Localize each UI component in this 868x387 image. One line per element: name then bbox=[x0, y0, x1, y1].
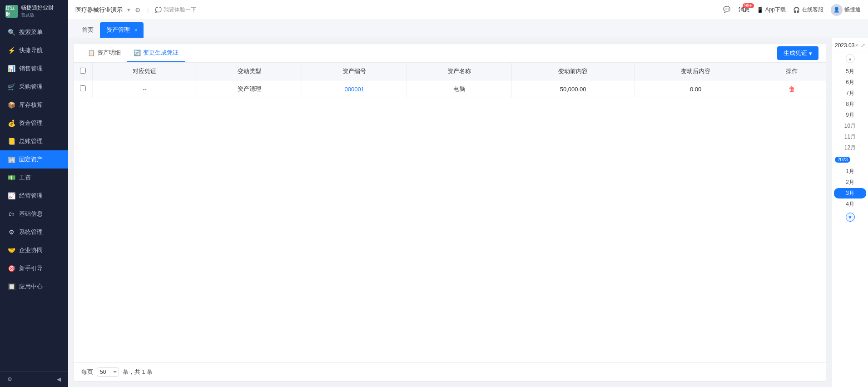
tab-close-icon[interactable]: × bbox=[134, 27, 137, 33]
sidebar-item-basic-info[interactable]: 🗂 基础信息 bbox=[0, 205, 68, 223]
sidebar-item-label: 基础信息 bbox=[19, 210, 43, 218]
settings-icon[interactable]: ⚙ bbox=[135, 6, 141, 14]
sidebar-item-guide[interactable]: 🎯 新手引导 bbox=[0, 259, 68, 278]
timeline-scroll-up[interactable]: ▲ bbox=[846, 54, 855, 63]
subtab-asset-detail-label: 资产明细 bbox=[97, 49, 121, 57]
col-corresponding-voucher: 对应凭证 bbox=[92, 63, 197, 80]
timeline-year-2023: 2023 bbox=[832, 155, 868, 164]
experience-button[interactable]: 💭 我要体验一下 bbox=[155, 6, 196, 14]
timeline-header: 2023.03 × ⤢ bbox=[832, 38, 868, 53]
experience-icon: 💭 bbox=[155, 7, 162, 13]
timeline-close-button[interactable]: × bbox=[854, 42, 858, 49]
col-asset-no: 资产编号 bbox=[302, 63, 407, 80]
col-after-change: 变动后内容 bbox=[635, 63, 757, 80]
customer-service-label: 在线客服 bbox=[802, 6, 823, 14]
timeline-months-before: 5月 6月 7月 8月 9月 10月 11月 12月 bbox=[832, 64, 868, 155]
sidebar-item-quick-nav[interactable]: ⚡ 快捷导航 bbox=[0, 41, 68, 60]
sidebar-item-purchase[interactable]: 🛒 采购管理 bbox=[0, 78, 68, 96]
sidebar-item-app-center[interactable]: 🔲 应用中心 bbox=[0, 278, 68, 296]
timeline-month-7[interactable]: 7月 bbox=[834, 88, 866, 99]
sidebar-item-label: 工资 bbox=[19, 174, 31, 182]
page-size-select[interactable]: 50 100 200 bbox=[97, 367, 119, 377]
subtabs-right: 生成凭证 ▾ bbox=[777, 46, 818, 60]
select-all-header[interactable] bbox=[74, 63, 92, 80]
cell-after-change: 0.00 bbox=[635, 80, 757, 98]
sidebar-item-fixed-assets[interactable]: 🏢 固定资产 bbox=[0, 150, 68, 169]
subtab-asset-detail[interactable]: 📋 资产明细 bbox=[81, 44, 127, 62]
app-download-label: App下载 bbox=[765, 6, 786, 14]
topbar-left: 医疗器械行业演示 ▾ ⚙ | 💭 我要体验一下 bbox=[75, 6, 196, 14]
timeline-month-5[interactable]: 5月 bbox=[834, 66, 866, 77]
timeline-month-6[interactable]: 6月 bbox=[834, 77, 866, 88]
cell-before-change: 50,000.00 bbox=[512, 80, 635, 98]
sidebar-item-label: 快捷导航 bbox=[19, 46, 43, 55]
sidebar-item-search[interactable]: 🔍 搜索菜单 bbox=[0, 23, 68, 41]
sidebar-item-enterprise[interactable]: 🤝 企业协同 bbox=[0, 241, 68, 259]
message-button[interactable]: 💬 99+ 消息 bbox=[723, 6, 749, 14]
sidebar-item-label: 企业协同 bbox=[19, 246, 43, 254]
timeline-month-8[interactable]: 8月 bbox=[834, 99, 866, 109]
timeline-month-11[interactable]: 11月 bbox=[834, 132, 866, 142]
sidebar-item-finance[interactable]: 💰 资金管理 bbox=[0, 114, 68, 132]
sidebar-item-sales[interactable]: 📊 销售管理 bbox=[0, 60, 68, 78]
quicknav-icon: ⚡ bbox=[7, 47, 15, 54]
system-icon: ⚙ bbox=[7, 228, 15, 236]
timeline-month-1[interactable]: 1月 bbox=[834, 166, 866, 177]
sidebar-settings-icon[interactable]: ⚙ bbox=[7, 376, 12, 382]
timeline-year-badge[interactable]: 2023 bbox=[835, 157, 850, 163]
content-area: 📋 资产明细 🔄 变更生成凭证 生成凭证 ▾ bbox=[68, 38, 868, 387]
tab-asset-management[interactable]: 资产管理 × bbox=[100, 22, 144, 38]
subtab-change-voucher-icon: 🔄 bbox=[134, 50, 141, 56]
sidebar: 好业财 畅捷通好业财 普及版 🔍 搜索菜单 ⚡ 快捷导航 📊 销售管理 🛒 采购… bbox=[0, 0, 68, 387]
sidebar-item-system[interactable]: ⚙ 系统管理 bbox=[0, 223, 68, 241]
select-all-checkbox[interactable] bbox=[80, 68, 86, 74]
fixed-assets-icon: 🏢 bbox=[7, 156, 15, 163]
row-checkbox-cell[interactable] bbox=[74, 80, 92, 98]
timeline-month-10[interactable]: 10月 bbox=[834, 121, 866, 131]
inventory-icon: 📦 bbox=[7, 101, 15, 109]
generate-voucher-label: 生成凭证 bbox=[784, 49, 807, 57]
timeline-month-12[interactable]: 12月 bbox=[834, 143, 866, 153]
tab-home[interactable]: 首页 bbox=[75, 22, 100, 38]
sidebar-item-label: 新手引导 bbox=[19, 264, 43, 273]
logo-icon: 好业财 bbox=[5, 5, 18, 18]
app-download-button[interactable]: 📱 App下载 bbox=[757, 6, 786, 14]
topbar-divider: | bbox=[147, 6, 149, 13]
timeline-scroll-down[interactable]: ▼ bbox=[846, 213, 855, 222]
sidebar-item-inventory[interactable]: 📦 库存核算 bbox=[0, 96, 68, 114]
sidebar-item-label: 总账管理 bbox=[19, 137, 43, 145]
tab-home-label: 首页 bbox=[82, 26, 94, 33]
page-size-prefix: 每页 bbox=[81, 368, 93, 376]
payroll-icon: 💵 bbox=[7, 174, 15, 181]
timeline-month-3[interactable]: 3月 bbox=[834, 188, 866, 198]
subtab-change-voucher[interactable]: 🔄 变更生成凭证 bbox=[127, 44, 185, 62]
company-dropdown-icon[interactable]: ▾ bbox=[127, 6, 130, 13]
row-checkbox[interactable] bbox=[80, 85, 86, 91]
sidebar-item-ledger[interactable]: 📒 总账管理 bbox=[0, 132, 68, 150]
customer-service-button[interactable]: 🎧 在线客服 bbox=[793, 6, 823, 14]
subtab-asset-detail-icon: 📋 bbox=[88, 50, 95, 56]
timeline-month-9[interactable]: 9月 bbox=[834, 110, 866, 120]
generate-voucher-button[interactable]: 生成凭证 ▾ bbox=[777, 46, 818, 60]
delete-icon[interactable]: 🗑 bbox=[789, 85, 795, 93]
user-avatar-button[interactable]: 👤 畅捷通 bbox=[831, 4, 861, 16]
asset-table: 对应凭证 变动类型 资产编号 资产名称 bbox=[74, 63, 826, 98]
col-change-type: 变动类型 bbox=[197, 63, 302, 80]
subtab-change-voucher-label: 变更生成凭证 bbox=[143, 49, 179, 57]
sidebar-collapse-icon[interactable]: ◀ bbox=[57, 376, 61, 382]
logo-title: 畅捷通好业财 bbox=[21, 5, 54, 12]
enterprise-icon: 🤝 bbox=[7, 247, 15, 254]
experience-label: 我要体验一下 bbox=[164, 6, 196, 14]
timeline-months-after: 1月 2月 3月 4月 bbox=[832, 164, 868, 212]
sidebar-item-label: 资金管理 bbox=[19, 119, 43, 127]
timeline-expand-button[interactable]: ⤢ bbox=[860, 42, 866, 49]
timeline-title: 2023.03 bbox=[835, 42, 854, 49]
timeline-month-2[interactable]: 2月 bbox=[834, 177, 866, 188]
table-header-row: 对应凭证 变动类型 资产编号 资产名称 bbox=[74, 63, 826, 80]
operations-icon: 📈 bbox=[7, 192, 15, 199]
message-icon: 💬 bbox=[723, 6, 730, 13]
sidebar-item-payroll[interactable]: 💵 工资 bbox=[0, 169, 68, 187]
cell-action[interactable]: 🗑 bbox=[757, 80, 826, 98]
timeline-month-4[interactable]: 4月 bbox=[834, 199, 866, 209]
sidebar-item-operations[interactable]: 📈 经营管理 bbox=[0, 187, 68, 205]
